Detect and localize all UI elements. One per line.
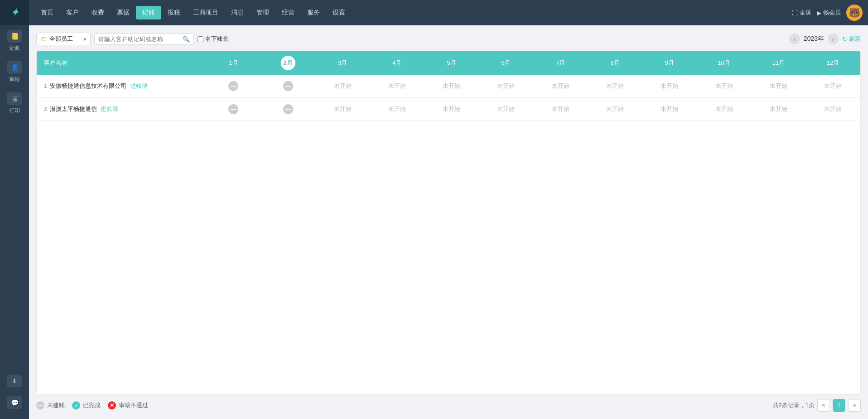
refresh-label: 刷新 bbox=[849, 35, 861, 43]
nav-customer[interactable]: 客户 bbox=[60, 6, 85, 19]
total-text: 共2条记录，1页 bbox=[773, 401, 815, 409]
page-1-button[interactable]: 1 bbox=[833, 399, 845, 412]
status-not-started: 未开始 bbox=[334, 106, 352, 112]
row-1-month-9: 未开始 bbox=[697, 98, 751, 121]
row-0-month-1: — bbox=[261, 75, 315, 98]
member-button[interactable]: ▶ 畅会员 bbox=[817, 9, 841, 17]
col-header-sep: 9月 bbox=[642, 51, 697, 75]
row-0-month-9: 未开始 bbox=[697, 75, 751, 98]
audit-icon: 👤 bbox=[7, 61, 22, 74]
sidebar-item-download[interactable]: ⬇ bbox=[0, 370, 29, 392]
table-body: 1安徽畅捷通信息技术有限公司进账簿——未开始未开始未开始未开始未开始未开始未开始… bbox=[37, 75, 860, 121]
current-month-circle: 2月 bbox=[281, 56, 295, 70]
enter-link[interactable]: 进账簿 bbox=[130, 82, 148, 89]
nav-settings[interactable]: 设置 bbox=[326, 6, 352, 19]
fullscreen-label: 全屏 bbox=[800, 9, 811, 17]
sidebar-item-audit[interactable]: 👤 审核 bbox=[0, 57, 29, 88]
year-nav: ‹ 2023年 › bbox=[789, 34, 839, 44]
checkbox-mingxia[interactable] bbox=[198, 36, 203, 42]
nav-business[interactable]: 工商项目 bbox=[187, 6, 225, 19]
page-prev-button[interactable]: < bbox=[817, 399, 830, 412]
search-icon[interactable]: 🔍 bbox=[183, 36, 190, 43]
support-icon: 💬 bbox=[7, 396, 22, 409]
table-row: 2漠澳太平畅捷通信进账簿——未开始未开始未开始未开始未开始未开始未开始未开始未开… bbox=[37, 98, 860, 121]
status-not-started: 未开始 bbox=[497, 82, 515, 89]
row-0-month-8: 未开始 bbox=[642, 75, 697, 98]
print-icon: 🖨 bbox=[7, 92, 22, 105]
col-header-dec: 12月 bbox=[806, 51, 860, 75]
row-num: 2 bbox=[44, 106, 47, 112]
sidebar-bottom: ⬇ 💬 bbox=[0, 370, 29, 419]
enter-link[interactable]: 进账簿 bbox=[101, 106, 118, 112]
legend-label-not-built: 未建账 bbox=[47, 401, 65, 409]
row-0-month-3: 未开始 bbox=[370, 75, 424, 98]
status-not-started: 未开始 bbox=[606, 82, 624, 89]
sidebar-item-label-ledger: 记账 bbox=[9, 44, 20, 52]
col-header-nov: 11月 bbox=[751, 51, 805, 75]
col-header-jun: 6月 bbox=[479, 51, 533, 75]
page-content: 🏷 全部员工 ▾ 🔍 名下账套 ‹ 2023年 › ↻ 刷新 bbox=[29, 25, 868, 419]
employee-select[interactable]: 🏷 全部员工 ▾ bbox=[36, 33, 91, 45]
row-0-month-11: 未开始 bbox=[806, 75, 860, 98]
col-header-name: 客户名称 bbox=[37, 51, 206, 75]
status-dash: — bbox=[228, 81, 238, 91]
status-not-started: 未开始 bbox=[770, 106, 787, 112]
checkbox-label[interactable]: 名下账套 bbox=[198, 35, 229, 43]
topnav: 首页 客户 收费 票据 记账 报税 工商项目 消息 管理 经营 服务 设置 ⛶ … bbox=[29, 0, 868, 25]
ledger-table: 客户名称 1月 2月 3月 4月 5月 6月 7月 8月 bbox=[37, 51, 860, 121]
col-header-mar: 3月 bbox=[315, 51, 370, 75]
legend-icon-red: ✕ bbox=[108, 401, 116, 409]
table-header-row: 客户名称 1月 2月 3月 4月 5月 6月 7月 8月 bbox=[37, 51, 860, 75]
row-1-name-cell: 2漠澳太平畅捷通信进账簿 bbox=[37, 98, 206, 121]
row-1-month-0: — bbox=[206, 98, 260, 121]
nav-billing[interactable]: 收费 bbox=[85, 6, 111, 19]
legend-item-rejected: ✕ 审核不通过 bbox=[108, 401, 148, 409]
sidebar-item-label-print: 打印 bbox=[9, 107, 20, 115]
status-not-started: 未开始 bbox=[661, 82, 678, 89]
search-input[interactable] bbox=[98, 36, 183, 43]
nav-message[interactable]: 消息 bbox=[225, 6, 250, 19]
row-1-month-7: 未开始 bbox=[588, 98, 642, 121]
row-0-month-2: 未开始 bbox=[315, 75, 370, 98]
year-next-button[interactable]: › bbox=[828, 34, 839, 44]
col-header-jan: 1月 bbox=[206, 51, 260, 75]
nav-service[interactable]: 服务 bbox=[301, 6, 326, 19]
row-0-month-7: 未开始 bbox=[588, 75, 642, 98]
main-content: 首页 客户 收费 票据 记账 报税 工商项目 消息 管理 经营 服务 设置 ⛶ … bbox=[29, 0, 868, 419]
member-icon: ▶ bbox=[817, 10, 821, 16]
legend-icon-green: ✓ bbox=[72, 401, 80, 409]
avatar[interactable]: 🐻 bbox=[846, 5, 863, 21]
row-1-month-10: 未开始 bbox=[751, 98, 805, 121]
sidebar-item-ledger[interactable]: 📒 记账 bbox=[0, 25, 29, 57]
year-prev-button[interactable]: ‹ bbox=[789, 34, 800, 44]
page-next-button[interactable]: > bbox=[848, 399, 861, 412]
nav-tax[interactable]: 报税 bbox=[161, 6, 187, 19]
row-1-month-4: 未开始 bbox=[424, 98, 478, 121]
status-not-started: 未开始 bbox=[443, 106, 460, 112]
row-1-month-2: 未开始 bbox=[315, 98, 370, 121]
refresh-button[interactable]: ↻ 刷新 bbox=[842, 35, 861, 43]
employee-label: 全部员工 bbox=[49, 35, 73, 43]
nav-manage[interactable]: 管理 bbox=[250, 6, 275, 19]
status-dash: — bbox=[228, 104, 238, 114]
sidebar-item-label-audit: 审核 bbox=[9, 76, 20, 83]
footer: — 未建账 ✓ 已完成 ✕ 审核不通过 共2条记录，1页 < 1 > bbox=[36, 395, 861, 412]
sidebar-item-print[interactable]: 🖨 打印 bbox=[0, 88, 29, 119]
sidebar-item-support[interactable]: 💬 bbox=[0, 392, 29, 414]
status-not-started: 未开始 bbox=[443, 82, 460, 89]
fullscreen-button[interactable]: ⛶ 全屏 bbox=[792, 9, 811, 17]
status-not-started: 未开始 bbox=[334, 82, 352, 89]
nav-home[interactable]: 首页 bbox=[34, 6, 60, 19]
row-0-month-4: 未开始 bbox=[424, 75, 478, 98]
row-1-month-6: 未开始 bbox=[533, 98, 588, 121]
fullscreen-icon: ⛶ bbox=[792, 10, 798, 16]
nav-invoice[interactable]: 票据 bbox=[111, 6, 136, 19]
nav-operation[interactable]: 经营 bbox=[275, 6, 301, 19]
row-1-month-1: — bbox=[261, 98, 315, 121]
pagination: 共2条记录，1页 < 1 > bbox=[773, 399, 861, 412]
nav-ledger[interactable]: 记账 bbox=[136, 6, 161, 19]
status-not-started: 未开始 bbox=[552, 82, 569, 89]
status-not-started: 未开始 bbox=[388, 106, 406, 112]
ledger-icon: 📒 bbox=[7, 30, 22, 43]
status-not-started: 未开始 bbox=[715, 82, 733, 89]
